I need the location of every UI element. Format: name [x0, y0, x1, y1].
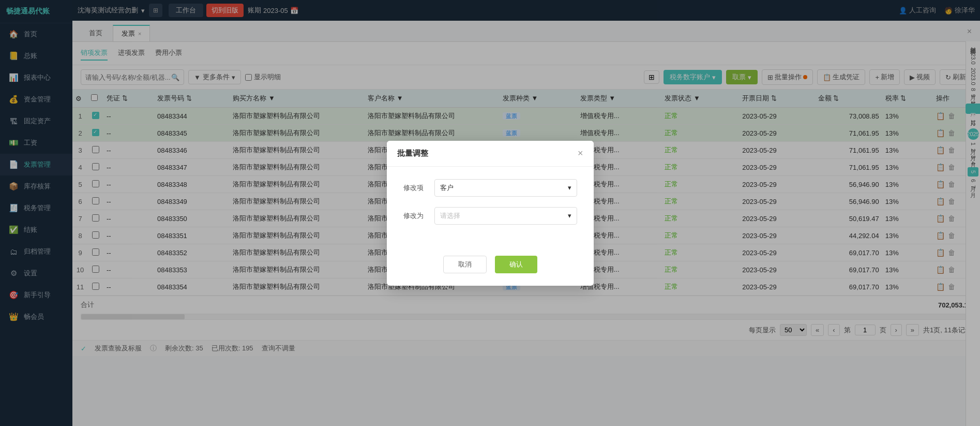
modal-title: 批量调整 — [397, 149, 428, 158]
modal-close-btn[interactable]: × — [578, 148, 583, 159]
modal-header: 批量调整 × — [387, 141, 594, 167]
modify-field-dropdown-icon: ▾ — [568, 184, 571, 192]
modal-confirm-btn[interactable]: 确认 — [495, 256, 537, 273]
modify-field-select[interactable]: 客户 ▾ — [434, 179, 577, 197]
modify-field-label: 修改项 — [403, 183, 434, 193]
modal-modify-to-field: 修改为 请选择 ▾ — [403, 207, 577, 225]
modify-to-placeholder: 请选择 — [440, 211, 460, 221]
modal-modify-field: 修改项 客户 ▾ — [403, 179, 577, 197]
modify-to-dropdown-icon: ▾ — [568, 212, 571, 219]
modal-body: 修改项 客户 ▾ 修改为 请选择 ▾ — [387, 167, 594, 247]
modal-overlay: 批量调整 × 修改项 客户 ▾ 修改为 请选择 ▾ 取消 确认 — [0, 0, 980, 426]
modify-field-value: 客户 — [440, 183, 454, 193]
modal-cancel-btn[interactable]: 取消 — [443, 256, 487, 273]
modal-footer: 取消 确认 — [387, 247, 594, 286]
modify-to-select[interactable]: 请选择 ▾ — [434, 207, 577, 225]
modify-to-label: 修改为 — [403, 211, 434, 221]
batch-adjust-modal: 批量调整 × 修改项 客户 ▾ 修改为 请选择 ▾ 取消 确认 — [387, 141, 594, 286]
